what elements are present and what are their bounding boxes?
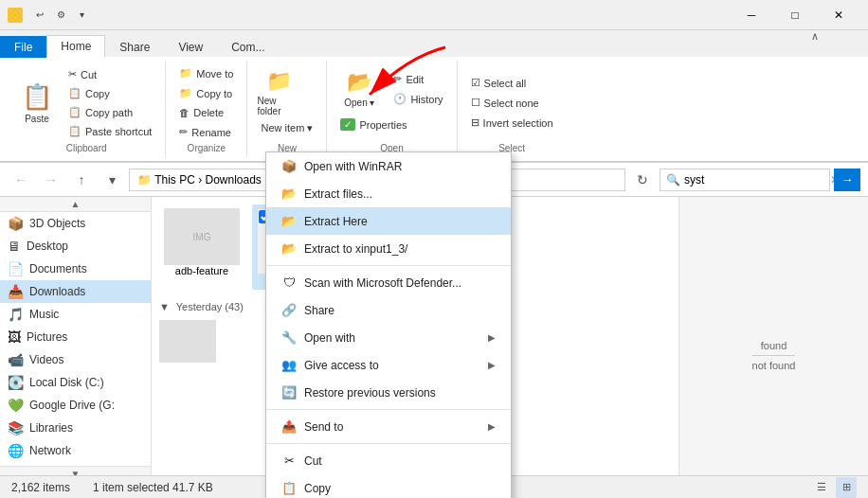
refresh-button[interactable]: ↻ [629, 167, 656, 193]
new-item-button[interactable]: New item ▾ [255, 119, 318, 137]
search-box: 🔍 ✕ [660, 169, 830, 191]
new-buttons: 📁 New folder New item ▾ [255, 64, 318, 141]
search-input[interactable] [684, 173, 826, 187]
copy-to-button[interactable]: 📁Copy to [173, 84, 239, 102]
adb-thumbnail: IMG [164, 208, 240, 265]
sidebar-item-label: Videos [29, 353, 63, 366]
tab-computer[interactable]: Com... [217, 36, 279, 58]
maximize-button[interactable]: □ [773, 0, 817, 30]
winrar-icon: 📦 [281, 159, 297, 173]
status-selected-info: 1 item selected 41.7 KB [93, 481, 213, 494]
sidebar-item-network[interactable]: 🌐 Network [0, 439, 151, 462]
ctx-extract-to[interactable]: 📂 Extract to xinput1_3/ [266, 235, 511, 262]
sidebar-item-label: Downloads [29, 285, 85, 298]
sidebar-item-3dobjects[interactable]: 📦 3D Objects [0, 212, 151, 235]
ctx-restore-versions[interactable]: 🔄 Restore previous versions [266, 379, 511, 406]
large-icons-view-button[interactable]: ⊞ [836, 477, 857, 498]
clipboard-label: Clipboard [66, 141, 107, 153]
sidebar-item-label: Pictures [27, 330, 67, 344]
sidebar-item-googledrive[interactable]: 💚 Google Drive (G: [0, 394, 151, 417]
paste-shortcut-button[interactable]: 📋 Paste shortcut [63, 122, 157, 140]
paste-button[interactable]: 📋 Paste [15, 65, 59, 140]
sidebar-item-desktop[interactable]: 🖥 Desktop [0, 235, 151, 258]
select-none-button[interactable]: ☐Select none [465, 94, 559, 112]
ctx-open-with[interactable]: 🔧 Open with ▶ [266, 324, 511, 351]
right-pane-found: found [752, 340, 796, 351]
forward-button[interactable]: → [38, 167, 64, 193]
sidebar-item-documents[interactable]: 📄 Documents [0, 258, 151, 280]
documents-icon: 📄 [8, 261, 24, 276]
tab-view[interactable]: View [164, 36, 217, 58]
ctx-label-scan: Scan with Microsoft Defender... [304, 276, 496, 290]
recent-locations-button[interactable]: ▾ [99, 167, 125, 193]
ctx-cut[interactable]: ✂ Cut [266, 447, 511, 474]
delete-button[interactable]: 🗑Delete [173, 104, 239, 121]
clipboard-col: 📋 Paste ✂ Cut 📋 Copy 📋 [15, 65, 157, 140]
ctx-extract-files[interactable]: 📂 Extract files... [266, 180, 511, 207]
select-col: ☑Select all ☐Select none ⊟Invert selecti… [465, 74, 559, 132]
ribbon-collapse-button[interactable]: ∧ [807, 27, 823, 46]
minimize-button[interactable]: ─ [730, 0, 773, 30]
open-small-col: ✏Edit 🕐History [388, 70, 448, 108]
copy-path-button[interactable]: 📋 Copy path [63, 103, 157, 121]
sidebar-item-libraries[interactable]: 📚 Libraries [0, 417, 151, 439]
ctx-give-access[interactable]: 👥 Give access to ▶ [266, 351, 511, 379]
search-go-button[interactable]: → [834, 169, 860, 191]
ctx-separator-2 [266, 409, 511, 410]
invert-selection-button[interactable]: ⊟Invert selection [465, 114, 559, 132]
copy-button[interactable]: 📋 Copy [63, 84, 157, 102]
title-bar: ↩ ⚙ ▾ ─ □ ✕ [0, 0, 868, 30]
thumb1[interactable] [159, 320, 216, 363]
properties-button[interactable]: ✓ Properties [335, 116, 412, 133]
downloads-icon: 📥 [8, 284, 24, 299]
ctx-send-to[interactable]: 📤 Send to ▶ [266, 413, 511, 440]
up-button[interactable]: ↑ [68, 167, 95, 193]
new-folder-button[interactable]: 📁 New folder [255, 68, 302, 117]
ctx-extract-here[interactable]: 📂 Extract Here [266, 207, 511, 235]
ctx-scan-defender[interactable]: 🛡 Scan with Microsoft Defender... [266, 269, 511, 296]
ctx-separator-3 [266, 443, 511, 444]
sidebar-item-localdisk[interactable]: 💽 Local Disk (C:) [0, 371, 151, 394]
clipboard-buttons: 📋 Paste ✂ Cut 📋 Copy 📋 [15, 64, 157, 141]
sidebar-item-music[interactable]: 🎵 Music [0, 303, 151, 326]
sidebar-item-videos[interactable]: 📹 Videos [0, 348, 151, 371]
tab-share[interactable]: Share [105, 36, 164, 58]
sidebar-item-label: Google Drive (G: [29, 399, 115, 412]
sidebar-item-label: 3D Objects [29, 217, 85, 230]
ctx-share[interactable]: 🔗 Share [266, 296, 511, 324]
undo-button[interactable]: ↩ [30, 6, 49, 25]
restore-icon: 🔄 [281, 385, 297, 400]
history-button[interactable]: 🕐History [388, 90, 448, 108]
sidebar: ▲ 📦 3D Objects 🖥 Desktop 📄 Documents 📥 D… [0, 197, 152, 498]
ctx-open-winrar[interactable]: 📦 Open with WinRAR [266, 152, 511, 180]
properties-quick-button[interactable]: ⚙ [51, 6, 70, 25]
network-icon: 🌐 [8, 443, 24, 458]
rename-button[interactable]: ✏Rename [173, 123, 239, 141]
tab-home[interactable]: Home [46, 35, 105, 58]
cut-button[interactable]: ✂ Cut [63, 65, 157, 83]
open-button[interactable]: 📂 Open ▾ [335, 64, 384, 114]
details-view-button[interactable]: ☰ [811, 477, 832, 498]
close-button[interactable]: ✕ [817, 0, 860, 30]
ribbon-content: 📋 Paste ✂ Cut 📋 Copy 📋 [0, 57, 868, 162]
ctx-copy[interactable]: 📋 Copy [266, 474, 511, 498]
file-item-adb[interactable]: IMG adb-feature [159, 205, 244, 290]
select-all-button[interactable]: ☑Select all [465, 74, 559, 92]
cut-copy-col: ✂ Cut 📋 Copy 📋 Copy path 📋 [63, 65, 157, 140]
title-bar-left: ↩ ⚙ ▾ [8, 6, 91, 25]
sidebar-scroll-up[interactable]: ▲ [0, 197, 151, 212]
ctx-label-copy: Copy [304, 482, 496, 495]
sidebar-item-pictures[interactable]: 🖼 Pictures [0, 326, 151, 348]
section-collapse-icon: ▼ [159, 301, 170, 312]
videos-icon: 📹 [8, 352, 24, 367]
sidebar-item-downloads[interactable]: 📥 Downloads [0, 280, 151, 303]
organize-label: Organize [188, 141, 226, 153]
edit-button[interactable]: ✏Edit [388, 70, 448, 88]
copy-icon: 📋 [281, 481, 297, 495]
open-btn-row: 📂 Open ▾ ✏Edit 🕐History [335, 64, 448, 114]
move-to-button[interactable]: 📁Move to [173, 64, 239, 82]
tab-file[interactable]: File [0, 36, 46, 58]
back-button[interactable]: ← [8, 167, 34, 193]
quick-access-dropdown[interactable]: ▾ [72, 6, 91, 25]
ctx-label-give-access: Give access to [304, 359, 480, 372]
